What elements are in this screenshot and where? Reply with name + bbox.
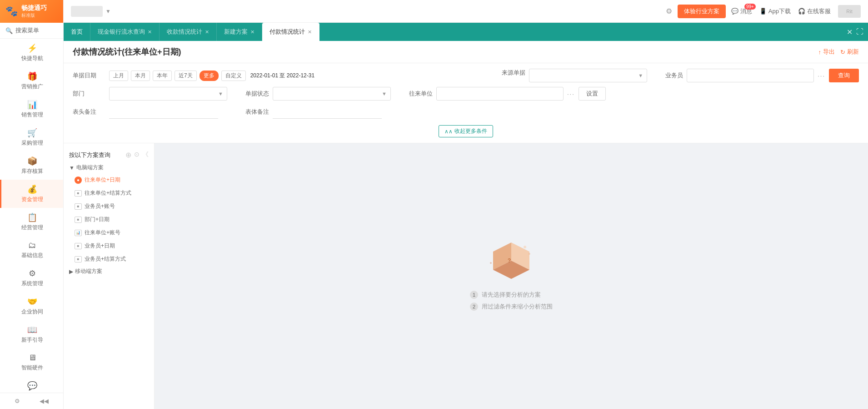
svg-text:?: ? — [508, 258, 511, 264]
scheme-item-partner-account[interactable]: 📊 往来单位+账号 — [64, 226, 154, 239]
panel-settings-icon[interactable]: ⊙ — [134, 151, 140, 159]
export-btn[interactable]: ↑ 导出 — [818, 48, 835, 56]
refresh-icon: ↻ — [840, 49, 845, 56]
topbar-user-avatar: Rit — [838, 5, 861, 18]
sidebar-item-label: 采购管理 — [21, 139, 43, 147]
tab-home[interactable]: 首页 — [64, 23, 90, 41]
date-btn-this-month[interactable]: 本月 — [131, 71, 150, 81]
user-dropdown-arrow[interactable]: ▼ — [105, 8, 111, 15]
mobile-scheme-title[interactable]: ▶ 移动端方案 — [64, 266, 154, 277]
sidebar-item-guide[interactable]: 📖 新手引导 — [0, 320, 63, 348]
sidebar-item-operation[interactable]: 📋 经营管理 — [0, 208, 63, 236]
status-filter-label: 单据状态 — [245, 90, 269, 98]
dept-select[interactable]: ▼ — [109, 87, 227, 101]
panel-actions: ⊕ ⊙ 《 — [125, 151, 149, 159]
sidebar-footer: ⚙ ◀◀ — [0, 393, 63, 409]
sidebar-item-finance[interactable]: 💰 资金管理 — [0, 180, 63, 208]
tab-payment-stat[interactable]: 收款情况统计 ✕ — [160, 23, 217, 41]
scheme-item-partner-settle[interactable]: ■ 往来单位+结算方式 — [64, 187, 154, 200]
topbar-user-info: ▼ — [71, 6, 660, 17]
marketing-icon: 🎁 — [27, 71, 37, 81]
pc-scheme-arrow: ▼ — [69, 165, 75, 171]
empty-tips: 1 请先选择要分析的方案 2 用过滤条件来缩小分析范围 — [470, 291, 553, 314]
body-note-input[interactable] — [273, 105, 382, 119]
date-btn-this-year[interactable]: 本年 — [153, 71, 172, 81]
refresh-label: 刷新 — [847, 48, 859, 56]
date-btn-7days[interactable]: 近7天 — [175, 71, 197, 81]
collapse-label: 收起更多条件 — [454, 127, 487, 135]
sidebar-item-system[interactable]: ⚙ 系统管理 — [0, 264, 63, 292]
logo-icon: 🐾 — [5, 5, 18, 17]
messages-count: 99+ — [744, 4, 756, 10]
tab-pay-stat[interactable]: 付款情况统计 ✕ — [262, 23, 319, 41]
headset-icon: 🎧 — [798, 8, 805, 15]
source-select[interactable]: ▼ — [529, 69, 647, 82]
user-avatar-placeholder — [71, 6, 103, 17]
panel-add-icon[interactable]: ⊕ — [125, 151, 131, 159]
sidebar-item-wechat[interactable]: 💬 企业微信 — [0, 376, 63, 393]
scheme-item-staff-account[interactable]: ■ 业务员+账号 — [64, 200, 154, 213]
sidebar-item-sales[interactable]: 📊 销售管理 — [0, 95, 63, 123]
sidebar: 🐾 畅捷通巧 标准版 🔍 搜索菜单 ⚡ 快捷导航 🎁 营销推广 📊 销售管理 🛒… — [0, 0, 64, 409]
scheme-chart-icon: 📊 — [75, 230, 82, 236]
staff-select[interactable] — [687, 69, 814, 82]
tab-bank-close[interactable]: ✕ — [148, 29, 152, 35]
online-service-btn[interactable]: 🎧 在线客服 — [798, 7, 831, 15]
scheme-sq-icon: ■ — [75, 243, 82, 249]
scheme-item-staff-date[interactable]: ■ 业务员+日期 — [64, 239, 154, 252]
scheme-item-partner-date[interactable]: ● 往来单位+日期 — [64, 173, 154, 187]
basic-icon: 🗂 — [28, 241, 36, 250]
tab-new-scheme[interactable]: 新建方案 ✕ — [217, 23, 262, 41]
date-filter-label: 单据日期 — [73, 71, 100, 80]
scheme-item-label: 业务员+日期 — [85, 242, 115, 250]
footer-collapse-icon[interactable]: ◀◀ — [40, 398, 49, 404]
status-select[interactable]: ▼ — [273, 87, 391, 101]
staff-dots-btn[interactable]: ··· — [818, 72, 825, 79]
scheme-item-label: 往来单位+结算方式 — [85, 189, 131, 197]
tab-payment-close[interactable]: ✕ — [205, 29, 209, 35]
right-content-area: ? 1 请先选择要分析的方案 2 用过滤条件来缩小分析范围 — [155, 143, 868, 409]
sidebar-item-label: 库存核算 — [21, 167, 43, 175]
page-content: 付款情况统计(往来单位+日期) ↑ 导出 ↻ 刷新 单据日期 — [64, 41, 868, 409]
date-btn-last-month[interactable]: 上月 — [109, 71, 128, 81]
tabbar-close-btn[interactable]: ✕ — [847, 28, 853, 36]
tip-2: 2 用过滤条件来缩小分析范围 — [470, 303, 553, 311]
scheme-item-staff-settle[interactable]: ■ 业务员+结算方式 — [64, 252, 154, 266]
refresh-btn[interactable]: ↻ 刷新 — [840, 48, 859, 56]
wechat-icon: 💬 — [27, 381, 37, 391]
settings-btn[interactable]: 设置 — [579, 87, 606, 101]
staff-filter-label: 业务员 — [665, 71, 683, 80]
tab-bank[interactable]: 现金银行流水查询 ✕ — [90, 23, 160, 41]
partner-dots-btn[interactable]: ··· — [567, 91, 575, 97]
sidebar-item-marketing[interactable]: 🎁 营销推广 — [0, 67, 63, 95]
date-btn-custom[interactable]: 自定义 — [221, 71, 246, 81]
sales-icon: 📊 — [27, 100, 37, 110]
sidebar-item-enterprise[interactable]: 🤝 企业协同 — [0, 292, 63, 320]
tabbar-expand-btn[interactable]: ⛶ — [856, 28, 863, 36]
sidebar-item-inventory[interactable]: 📦 库存核算 — [0, 151, 63, 180]
partner-select[interactable] — [436, 87, 564, 101]
app-download-btn[interactable]: 📱 App下载 — [759, 7, 791, 15]
header-note-input[interactable] — [109, 105, 218, 119]
trial-btn[interactable]: 体验行业方案 — [678, 5, 726, 18]
panel-collapse-icon[interactable]: 《 — [142, 151, 149, 159]
sidebar-item-label: 企业协同 — [21, 308, 43, 316]
sidebar-item-quick-nav[interactable]: ⚡ 快捷导航 — [0, 39, 63, 67]
tab-pay-close[interactable]: ✕ — [308, 29, 312, 35]
scheme-item-dept-date[interactable]: ■ 部门+日期 — [64, 213, 154, 226]
query-btn[interactable]: 查询 — [829, 69, 859, 82]
collapse-btn[interactable]: ∧∧ 收起更多条件 — [439, 125, 493, 137]
export-label: 导出 — [823, 48, 835, 56]
sidebar-item-purchase[interactable]: 🛒 采购管理 — [0, 123, 63, 151]
tab-new-close[interactable]: ✕ — [250, 29, 254, 35]
sidebar-item-hardware[interactable]: 🖥 智能硬件 — [0, 348, 63, 376]
date-btn-more[interactable]: 更多 — [200, 71, 219, 81]
pc-scheme-title[interactable]: ▼ 电脑端方案 — [64, 162, 154, 173]
tab-payment-label: 收款情况统计 — [167, 28, 202, 36]
sidebar-item-basic[interactable]: 🗂 基础信息 — [0, 236, 63, 264]
finance-icon: 💰 — [27, 184, 37, 194]
search-menu[interactable]: 🔍 搜索菜单 — [0, 23, 63, 39]
footer-settings-icon[interactable]: ⚙ — [15, 398, 20, 404]
messages-btn[interactable]: 💬 消息 99+ — [731, 7, 752, 15]
topbar-settings-icon[interactable]: ⚙ — [666, 7, 672, 15]
